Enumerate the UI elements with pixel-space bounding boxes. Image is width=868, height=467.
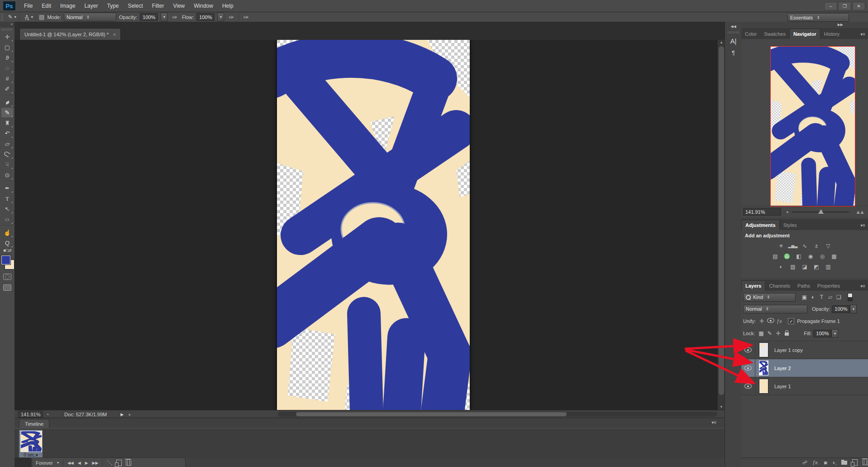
invert-icon[interactable]: ◐ [777, 263, 786, 270]
brightness-contrast-icon[interactable]: ☀ [777, 242, 786, 250]
color-balance-icon[interactable]: ♎ [782, 252, 792, 260]
tab-close-icon[interactable]: × [113, 32, 116, 37]
first-frame-button[interactable]: ◀◀ [67, 461, 74, 465]
expand-panels-icon[interactable]: ◀◀ [725, 24, 742, 29]
character-panel-icon[interactable]: A| [725, 37, 742, 45]
flow-dropdown[interactable]: ▼ [217, 13, 224, 21]
tween-button[interactable]: ⋱ [107, 460, 112, 466]
filter-type-select[interactable]: Kind ⇕ [743, 293, 796, 302]
history-brush-tool[interactable]: ↶ [1, 128, 14, 139]
layer-thumbnail[interactable] [759, 343, 768, 357]
tablet-opacity-icon[interactable]: ✑ [170, 14, 179, 21]
next-frame-button[interactable]: ▶▶ [92, 461, 99, 465]
menu-edit[interactable]: Edit [37, 3, 56, 9]
collapse-panels-icon[interactable]: ▶▶ [838, 23, 843, 27]
panel-menu-icon[interactable]: ▾≡ [860, 32, 865, 37]
lock-position-icon[interactable]: ✛ [774, 330, 782, 337]
tab-layers[interactable]: Layers [741, 280, 765, 291]
layer-name[interactable]: Layer 2 [774, 366, 791, 371]
brush-preset-picker[interactable]: ● 71 ▼ [22, 13, 36, 21]
vertical-scroll-thumb[interactable] [719, 46, 724, 395]
eraser-tool[interactable]: ▱ [1, 139, 14, 149]
canvas-document[interactable] [277, 40, 470, 410]
zoom-out-icon[interactable]: ▲ [786, 210, 789, 214]
quick-mask-button[interactable] [3, 274, 11, 280]
horizontal-scrollbar[interactable] [278, 412, 717, 417]
menu-window[interactable]: Window [189, 3, 218, 9]
navigator-preview[interactable] [770, 46, 855, 207]
layer-row-layer1[interactable]: Layer 1 [741, 377, 868, 395]
loop-count-select[interactable]: Forever [36, 460, 53, 466]
crop-tool[interactable]: # [1, 73, 14, 84]
exposure-icon[interactable]: ± [812, 242, 821, 250]
pen-tool[interactable]: ✒ [1, 183, 14, 193]
lock-transparency-icon[interactable]: ▦ [757, 330, 765, 337]
lock-all-icon[interactable] [782, 330, 791, 337]
zoom-tool[interactable]: Q [1, 238, 14, 248]
screen-mode-button[interactable] [3, 284, 11, 291]
opacity-dropdown[interactable]: ▼ [161, 13, 167, 21]
tab-channels[interactable]: Channels [765, 281, 793, 291]
minimize-button[interactable]: – [824, 2, 837, 10]
paragraph-panel-icon[interactable]: ¶ [725, 49, 742, 56]
channel-mixer-icon[interactable]: ◎ [818, 252, 827, 260]
brush-tool[interactable]: ✎ [1, 107, 14, 118]
tab-paths[interactable]: Paths [794, 281, 814, 291]
type-tool[interactable]: T [1, 193, 14, 204]
loop-dropdown-icon[interactable]: ▾ [57, 461, 59, 465]
tab-swatches[interactable]: Swatches [760, 29, 789, 39]
default-colors-icon[interactable]: ■□ [4, 248, 8, 253]
tab-color[interactable]: Color [741, 29, 760, 39]
new-adjustment-layer-icon[interactable]: ◑, [832, 460, 836, 465]
layer-opacity-dropdown[interactable]: ▼ [850, 305, 857, 313]
navigator-zoom-field[interactable]: 141.91% [743, 208, 781, 216]
foreground-color-chip[interactable] [1, 255, 10, 265]
new-layer-icon[interactable] [852, 459, 858, 466]
unify-position-icon[interactable]: ✛ [758, 318, 766, 324]
menu-file[interactable]: File [19, 3, 37, 9]
navigator-view-box[interactable] [770, 46, 855, 207]
status-collapse-icon[interactable]: ◂ [128, 412, 130, 417]
tab-navigator[interactable]: Navigator [789, 29, 820, 39]
status-play-icon[interactable]: ▶ [120, 412, 124, 417]
layer-thumbnail[interactable] [759, 361, 768, 375]
opacity-input[interactable]: 100% [140, 13, 158, 21]
timeline-tab[interactable]: Timeline [19, 419, 49, 428]
layer-blend-mode-select[interactable]: Normal ⇕ [743, 305, 807, 313]
horizontal-scroll-thumb[interactable] [296, 412, 567, 416]
animation-frame-1[interactable]: 1 0 sec.▾ [19, 430, 43, 458]
new-group-icon[interactable] [841, 461, 847, 465]
curves-icon[interactable]: ∿ [800, 242, 810, 250]
menu-select[interactable]: Select [123, 3, 147, 9]
scroll-down-icon[interactable]: ▼ [718, 404, 725, 410]
workspace-switcher[interactable]: Essentials ⇕ [787, 13, 849, 22]
visibility-toggle[interactable] [741, 359, 755, 377]
timeline-menu-icon[interactable]: ▾≡ [711, 420, 716, 425]
menu-type[interactable]: Type [102, 3, 123, 9]
marquee-tool[interactable]: ▢ [1, 42, 14, 53]
paint-bucket-tool[interactable]: ⋃ [1, 149, 14, 159]
vibrance-icon[interactable]: ▽ [824, 242, 833, 250]
zoom-in-icon[interactable]: ▲▲ [855, 209, 863, 215]
airbrush-toggle-icon[interactable]: ✑ [227, 14, 236, 21]
hand-tool[interactable]: ☝ [1, 227, 14, 238]
propagate-frame-checkbox[interactable]: ✓ [788, 318, 794, 324]
play-button[interactable]: ▶ [85, 461, 88, 465]
delete-frame-button[interactable] [126, 460, 131, 466]
filtering-toggle[interactable] [848, 293, 853, 301]
default-swap-colors[interactable]: ■□ ⇄ [0, 248, 14, 253]
layer-row-layer2[interactable]: Layer 2 [741, 359, 868, 377]
scroll-up-icon[interactable]: ▲ [718, 40, 725, 45]
color-lookup-icon[interactable]: ▦ [830, 252, 839, 260]
vertical-scrollbar[interactable]: ▲ ▼ [717, 40, 725, 410]
filter-pixel-layers-icon[interactable]: ▣ [800, 294, 809, 300]
fill-dropdown[interactable]: ▼ [831, 329, 838, 338]
layer-style-icon[interactable]: ƒx. [812, 460, 819, 465]
menu-help[interactable]: Help [218, 3, 238, 9]
spot-healing-tool[interactable]: ▰ [1, 97, 14, 107]
panel-menu-icon[interactable]: ▾≡ [860, 223, 865, 228]
lock-pixels-icon[interactable]: ✎ [765, 330, 774, 337]
levels-icon[interactable]: ▂▅▃ [788, 242, 798, 250]
path-selection-tool[interactable]: ↖ [1, 204, 14, 214]
fill-input[interactable]: 100% [813, 330, 831, 337]
